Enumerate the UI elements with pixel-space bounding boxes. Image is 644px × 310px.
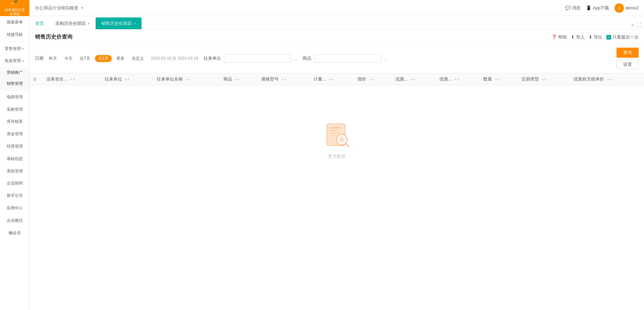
col-discount2[interactable]: 优惠... ▲▼ bbox=[436, 73, 480, 85]
query-button[interactable]: 查询 bbox=[616, 48, 639, 58]
svg-rect-3 bbox=[329, 133, 340, 134]
import-button[interactable]: ⬆ 导入 bbox=[571, 34, 585, 40]
user-avatar-button[interactable]: D demo2 bbox=[614, 3, 639, 13]
col-quote[interactable]: 报价 ▲▼ bbox=[354, 73, 392, 85]
sidebar-item-marketing[interactable]: 营销推广 bbox=[0, 67, 29, 78]
dropdown-icon[interactable]: ▾ bbox=[81, 5, 84, 10]
col-biz-date[interactable]: 业务发生... ▲▼ bbox=[43, 73, 101, 85]
retail-arrow-icon: ▼ bbox=[21, 47, 24, 51]
sidebar-item-wechat[interactable]: 企业微信 bbox=[0, 214, 29, 227]
svg-rect-4 bbox=[329, 135, 336, 136]
message-button[interactable]: 💬 消息 bbox=[565, 5, 581, 11]
tab-close-all-button[interactable]: × bbox=[631, 22, 634, 28]
tab-sales-history[interactable]: 销售历史价跟踪 × bbox=[96, 17, 142, 29]
header-left: 办公用品行业模拟账套 ▾ bbox=[35, 5, 84, 11]
sidebar-item-apps[interactable]: 应用中心 bbox=[0, 202, 29, 214]
col-partner[interactable]: 往来单位 ▲▼ bbox=[101, 73, 154, 85]
empty-text: 暂无数据 bbox=[328, 153, 345, 159]
date-btn-1month[interactable]: 近1月 bbox=[95, 55, 112, 62]
page-title: 销售历史价查询 bbox=[35, 34, 72, 41]
tab-purchase-history-close[interactable]: × bbox=[88, 22, 90, 25]
wholesale-arrow-icon: ▲ bbox=[21, 59, 24, 63]
filter-action-buttons: 查询 设置 bbox=[616, 48, 639, 69]
sidebar-item-wholesale[interactable]: 批发管理 ▲ bbox=[0, 55, 29, 67]
goods-label: 商品 bbox=[303, 55, 311, 61]
sort-discount2-icon: ▲▼ bbox=[454, 78, 460, 81]
avatar: D bbox=[614, 3, 624, 13]
sidebar-item-search-menu[interactable]: 搜索菜单 bbox=[0, 16, 29, 29]
sidebar-item-finance[interactable]: 资金管理 bbox=[0, 128, 29, 140]
export-icon: ⬇ bbox=[589, 35, 592, 40]
sidebar-item-purchase[interactable]: 采购管理 bbox=[0, 103, 29, 116]
partner-label: 往来单位 bbox=[204, 55, 221, 61]
sidebar-item-guide[interactable]: 新手引导 bbox=[0, 190, 29, 202]
goods-filter-group: 商品 ... bbox=[303, 54, 387, 63]
date-range-display: 2023-02-18 至 2023-03-18 bbox=[151, 56, 198, 61]
tab-sales-history-close[interactable]: × bbox=[134, 22, 136, 25]
date-filter-group: 日期 昨天 今天 近7天 近1月 更多 自定义 2023-02-18 至 202… bbox=[35, 55, 198, 62]
sidebar-item-basics[interactable]: 基础信息 bbox=[0, 153, 29, 165]
tab-bar-actions: × ⛶ bbox=[631, 22, 644, 29]
table-wrapper: ⚙ 业务发生... ▲▼ 往来单位 ▲▼ 往来单位名称 bbox=[30, 73, 644, 85]
sidebar-item-system[interactable]: 系统管理 bbox=[0, 165, 29, 177]
checkbox-icon bbox=[606, 35, 611, 40]
col-goods[interactable]: 商品 ▲▼ bbox=[220, 73, 258, 85]
tab-bar: 首页 采购历史价跟踪 × 销售历史价跟踪 × × ⛶ bbox=[30, 16, 644, 30]
date-btn-yesterday[interactable]: 昨天 bbox=[46, 55, 60, 62]
col-pretax-price[interactable]: 优惠前无税单价 ▲▼ bbox=[570, 73, 644, 85]
sidebar-item-sales[interactable]: 销售管理 bbox=[0, 78, 29, 89]
header-right: 💬 消息 📱 App下载 D demo2 bbox=[565, 3, 639, 13]
date-btn-today[interactable]: 今天 bbox=[62, 55, 75, 62]
page-inner: 销售历史价查询 ❓ 帮助 ⬆ 导入 ⬇ 导出 bbox=[30, 30, 644, 310]
empty-state: 暂无数据 bbox=[30, 85, 644, 193]
filter-area: 日期 昨天 今天 近7天 近1月 更多 自定义 2023-02-18 至 202… bbox=[30, 44, 644, 73]
top-header: 办公用品行业模拟账套 ▾ 💬 消息 📱 App下载 D demo2 bbox=[30, 0, 644, 16]
table-header: ⚙ 业务发生... ▲▼ 往来单位 ▲▼ 往来单位名称 bbox=[30, 73, 644, 85]
logo-text: 销售通好生意 标准版 bbox=[5, 8, 25, 16]
tab-purchase-history[interactable]: 采购历史价跟踪 × bbox=[50, 17, 96, 29]
date-btn-7days[interactable]: 近7天 bbox=[77, 55, 93, 62]
sidebar-item-ecommerce[interactable]: 电商管理 bbox=[0, 91, 29, 103]
sidebar-item-quick-nav[interactable]: 快捷导航 bbox=[0, 29, 29, 41]
help-button[interactable]: ❓ 帮助 bbox=[551, 34, 567, 40]
col-settings: ⚙ bbox=[30, 73, 43, 85]
partner-more-icon[interactable]: ... bbox=[293, 56, 297, 61]
sort-quantity-icon: ▲▼ bbox=[495, 78, 500, 81]
sidebar-item-retail[interactable]: 零售管理 ▼ bbox=[0, 43, 29, 55]
page-content: 销售历史价查询 ❓ 帮助 ⬆ 导入 ⬇ 导出 bbox=[30, 30, 644, 310]
sidebar-item-inventory[interactable]: 库存核算 bbox=[0, 115, 29, 128]
partner-input[interactable] bbox=[224, 54, 291, 63]
only-last-checkbox[interactable]: 只看最后一次 bbox=[606, 34, 639, 40]
help-icon: ❓ bbox=[551, 35, 557, 40]
tab-expand-button[interactable]: ⛶ bbox=[637, 22, 641, 28]
settings-button[interactable]: 设置 bbox=[616, 60, 639, 69]
goods-input[interactable] bbox=[314, 54, 381, 63]
page-actions: ❓ 帮助 ⬆ 导入 ⬇ 导出 只看最后一次 bbox=[551, 34, 639, 40]
partner-filter-group: 往来单位 ... bbox=[204, 54, 297, 63]
app-download-button[interactable]: 📱 App下载 bbox=[586, 5, 609, 11]
sidebar-item-enterprise[interactable]: 企业协同 bbox=[0, 177, 29, 190]
sort-discount1-icon: ▲▼ bbox=[411, 78, 416, 81]
sidebar-item-operations[interactable]: 经营管理 bbox=[0, 140, 29, 153]
sort-spec-icon: ▲▼ bbox=[281, 78, 287, 81]
export-button[interactable]: ⬇ 导出 bbox=[589, 34, 602, 40]
column-settings-icon[interactable]: ⚙ bbox=[33, 77, 37, 82]
col-trade-type[interactable]: 交易类型 ▲▼ bbox=[518, 73, 571, 85]
col-partner-name[interactable]: 往来单位名称 ▲▼ bbox=[153, 73, 220, 85]
date-btn-custom[interactable]: 自定义 bbox=[129, 55, 147, 62]
sort-quote-icon: ▲▼ bbox=[369, 78, 374, 81]
sort-goods-icon: ▲▼ bbox=[234, 78, 240, 81]
tab-home[interactable]: 首页 bbox=[30, 17, 50, 29]
col-quantity[interactable]: 数量 ▲▼ bbox=[480, 73, 518, 85]
col-spec[interactable]: 规格型号 ▲▼ bbox=[258, 73, 310, 85]
page-header: 销售历史价查询 ❓ 帮助 ⬆ 导入 ⬇ 导出 bbox=[30, 30, 644, 44]
col-unit[interactable]: 计量... ▲▼ bbox=[310, 73, 354, 85]
goods-more-icon[interactable]: ... bbox=[384, 56, 387, 61]
date-btn-more[interactable]: 更多 bbox=[114, 55, 127, 62]
sidebar: 🍊 销售通好生意 标准版 搜索菜单 快捷导航 零售管理 ▼ 批发管理 ▲ 营销推… bbox=[0, 0, 30, 310]
sort-pretax-price-icon: ▲▼ bbox=[607, 78, 612, 81]
sidebar-item-member[interactable]: 畅会员 bbox=[0, 227, 29, 239]
col-discount1[interactable]: 优惠... ▲▼ bbox=[392, 73, 436, 85]
account-dropdown-label[interactable]: 办公用品行业模拟账套 bbox=[35, 5, 78, 11]
sort-partner-name-icon: ▲▼ bbox=[185, 78, 191, 81]
